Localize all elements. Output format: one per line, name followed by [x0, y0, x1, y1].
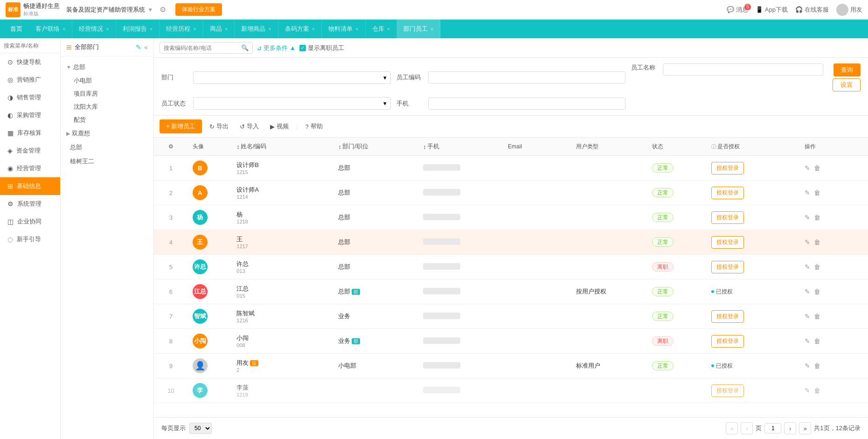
delete-icon-2[interactable]: 🗑	[814, 214, 820, 221]
tab-close-bom[interactable]: ×	[355, 26, 358, 32]
prev-page-btn[interactable]: ‹	[741, 422, 753, 434]
export-button[interactable]: ↻ 导出	[206, 120, 232, 133]
tab-close-op[interactable]: ×	[106, 26, 109, 32]
edit-icon-0[interactable]: ✎	[805, 164, 810, 172]
auth-info-icon[interactable]: ⓘ	[711, 144, 716, 149]
more-filter-btn[interactable]: ⊿ 更多条件 ▲	[257, 44, 296, 52]
dept-collapse-icon[interactable]: «	[144, 43, 148, 51]
sidebar-item-enterprise[interactable]: ◫ 企业协同	[0, 213, 60, 230]
delete-icon-6[interactable]: 🗑	[814, 313, 820, 320]
online-service-item[interactable]: 🎧 在线客服	[795, 6, 829, 14]
dept-child-shenyang[interactable]: 沈阳大库	[61, 100, 153, 113]
help-button[interactable]: ? 帮助	[302, 120, 326, 133]
delete-icon-0[interactable]: 🗑	[814, 164, 820, 172]
tab-close-warehouse[interactable]: ×	[387, 26, 390, 32]
dept-node-head[interactable]: ▼ 总部	[61, 60, 153, 74]
tab-client[interactable]: 客户联络 ×	[29, 20, 72, 38]
auth-btn-9[interactable]: 授权登录	[711, 384, 744, 397]
tab-warehouse[interactable]: 仓库 ×	[366, 20, 397, 38]
last-page-btn[interactable]: »	[799, 422, 811, 434]
tab-close-profit[interactable]: ×	[150, 26, 153, 32]
edit-icon-1[interactable]: ✎	[805, 189, 810, 196]
edit-icon-5[interactable]: ✎	[805, 288, 810, 295]
sidebar-item-quick-nav[interactable]: ⊙ 快捷导航	[0, 53, 60, 71]
auth-btn-0[interactable]: 授权登录	[711, 162, 744, 174]
sidebar-item-system[interactable]: ⚙ 系统管理	[0, 195, 60, 213]
tab-close-history[interactable]: ×	[193, 26, 196, 32]
dept-node-shuanglu[interactable]: ▶ 双鹿想	[61, 126, 153, 140]
page-input[interactable]	[764, 423, 781, 433]
auth-btn-6[interactable]: 授权登录	[711, 310, 744, 323]
edit-icon-3[interactable]: ✎	[805, 238, 810, 246]
edit-icon-8[interactable]: ✎	[805, 362, 810, 369]
sidebar-item-guide[interactable]: ◌ 新手引导	[0, 230, 60, 248]
auth-btn-4[interactable]: 授权登录	[711, 261, 744, 273]
dept-filter-select[interactable]: ▾	[193, 71, 391, 84]
delete-icon-3[interactable]: 🗑	[814, 238, 820, 246]
sidebar-search-input[interactable]	[4, 42, 61, 49]
next-page-btn[interactable]: ›	[784, 422, 796, 434]
tab-close-barcode[interactable]: ×	[312, 26, 315, 32]
edit-icon-9[interactable]: ✎	[805, 387, 810, 394]
show-resigned-toggle[interactable]: ✓ 显示离职员工	[299, 44, 344, 52]
search-icon[interactable]: 🔍	[241, 44, 249, 51]
sidebar-item-finance[interactable]: ◈ 资金管理	[0, 142, 60, 160]
col-dept[interactable]: ↕ 部门/职位	[333, 138, 418, 156]
dept-node-head2[interactable]: 总部	[61, 140, 153, 154]
user-area[interactable]: 用友	[836, 4, 862, 16]
dept-edit-icon[interactable]: ✎	[136, 43, 141, 51]
tab-profit[interactable]: 利润报告 ×	[116, 20, 160, 38]
delete-icon-5[interactable]: 🗑	[814, 288, 820, 295]
emp-name-input[interactable]	[663, 63, 823, 76]
delete-icon-9[interactable]: 🗑	[814, 387, 820, 394]
sidebar-item-basic[interactable]: ⊞ 基础信息	[0, 177, 60, 195]
sidebar-item-marketing[interactable]: ◎ 营销推广	[0, 71, 60, 89]
tab-close-newgoods[interactable]: ×	[268, 26, 271, 32]
col-settings[interactable]: ⚙	[154, 138, 188, 156]
tab-history[interactable]: 经营历程 ×	[160, 20, 203, 38]
tab-new-goods[interactable]: 新增商品 ×	[235, 20, 278, 38]
import-button[interactable]: ↺ 导入	[236, 120, 263, 133]
tab-barcode[interactable]: 条码方案 ×	[278, 20, 322, 38]
phone-input[interactable]	[428, 98, 626, 110]
emp-code-input[interactable]	[428, 71, 626, 84]
system-dropdown-icon[interactable]: ▾	[149, 6, 152, 13]
dept-child-project-store[interactable]: 项目库房	[61, 87, 153, 100]
auth-btn-3[interactable]: 授权登录	[711, 236, 744, 249]
edit-icon-2[interactable]: ✎	[805, 214, 810, 221]
sidebar-item-operation[interactable]: ◉ 经营管理	[0, 160, 60, 177]
tab-close-client[interactable]: ×	[62, 26, 65, 32]
dept-node-zhishu[interactable]: 植树王二	[61, 154, 153, 168]
edit-icon-6[interactable]: ✎	[805, 313, 810, 320]
trial-button[interactable]: 体验行业方案	[175, 3, 222, 16]
search-input[interactable]	[164, 45, 239, 51]
delete-icon-8[interactable]: 🗑	[814, 362, 820, 369]
sidebar-item-purchase[interactable]: ◐ 采购管理	[0, 106, 60, 124]
tab-employee[interactable]: 部门员工 ×	[397, 20, 440, 38]
edit-icon-7[interactable]: ✎	[805, 337, 810, 345]
delete-icon-4[interactable]: 🗑	[814, 263, 820, 271]
col-name-code[interactable]: ↕ 姓名/编码	[232, 138, 333, 156]
auth-btn-1[interactable]: 授权登录	[711, 187, 744, 199]
add-employee-button[interactable]: + 新增员工	[160, 119, 202, 133]
dept-child-delivery[interactable]: 配货	[61, 113, 153, 126]
sidebar-item-sales[interactable]: ◑ 销售管理	[0, 89, 60, 106]
delete-icon-1[interactable]: 🗑	[814, 189, 820, 196]
settings-icon[interactable]: ⚙	[160, 5, 166, 14]
col-phone[interactable]: ↕ 手机	[418, 138, 503, 156]
auth-btn-7[interactable]: 授权登录	[711, 335, 744, 348]
emp-status-select[interactable]: ▾	[193, 97, 391, 110]
tab-goods[interactable]: 商品 ×	[203, 20, 235, 38]
tab-close-goods[interactable]: ×	[225, 26, 228, 32]
page-size-select[interactable]: 50	[189, 423, 212, 434]
set-button[interactable]: 设置	[833, 78, 861, 91]
view-button[interactable]: ▶ 视频	[266, 120, 292, 133]
edit-icon-4[interactable]: ✎	[805, 263, 810, 271]
tab-bom[interactable]: 物料清单 ×	[322, 20, 365, 38]
sidebar-item-inventory[interactable]: ▦ 库存核算	[0, 124, 60, 142]
app-download-item[interactable]: 📱 App下载	[756, 6, 788, 14]
query-button[interactable]: 查询	[833, 63, 861, 77]
tab-home[interactable]: 首页	[4, 20, 29, 38]
delete-icon-7[interactable]: 🗑	[814, 337, 820, 345]
auth-btn-2[interactable]: 授权登录	[711, 211, 744, 224]
